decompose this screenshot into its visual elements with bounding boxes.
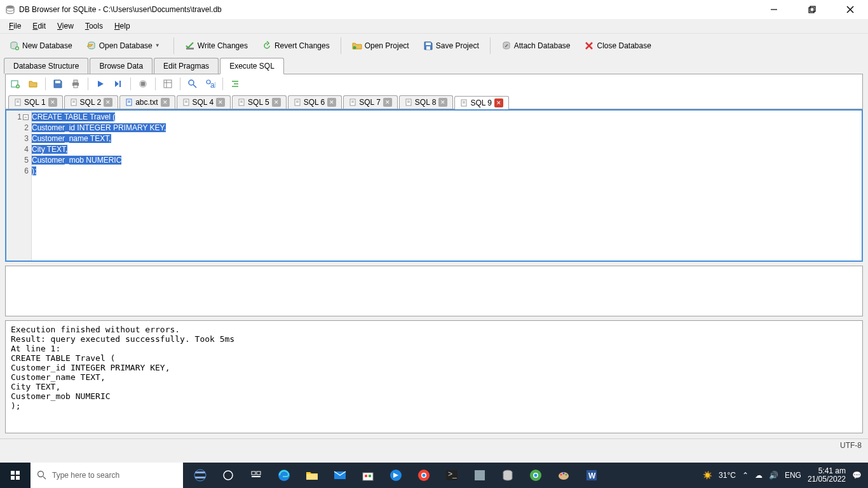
open-project-button[interactable]: Open Project (346, 38, 415, 53)
volume-icon[interactable]: 🔊 (769, 471, 778, 480)
menu-bar: File Edit View Tools Help (0, 19, 868, 33)
editor-line[interactable]: Customer_mob NUMERIC (32, 155, 862, 166)
fold-icon[interactable]: − (23, 114, 29, 120)
editor-line[interactable]: Customer_name TEXT, (32, 133, 862, 144)
close-tab-icon[interactable]: ✕ (104, 98, 112, 107)
word-icon[interactable]: W (578, 463, 605, 488)
sql-tab[interactable]: abc.txt✕ (119, 95, 175, 109)
menu-edit[interactable]: Edit (27, 20, 51, 32)
close-tab-icon[interactable]: ✕ (438, 98, 447, 107)
file-icon (405, 98, 412, 106)
svg-rect-14 (426, 43, 431, 45)
store-icon[interactable] (355, 463, 381, 488)
editor-line[interactable]: ); (32, 166, 862, 177)
save-project-icon (423, 41, 433, 51)
chevron-up-icon[interactable]: ⌃ (742, 471, 749, 480)
sql-tab[interactable]: SQL 4✕ (177, 95, 231, 109)
tab-browse-data[interactable]: Browse Data (90, 58, 153, 74)
taskbar-app[interactable] (187, 463, 214, 488)
menu-tools[interactable]: Tools (80, 20, 108, 32)
taskbar-app[interactable] (466, 463, 493, 488)
menu-view[interactable]: View (52, 20, 79, 32)
chrome-icon[interactable] (522, 463, 549, 488)
editor-content[interactable]: CREATE TABLE Travel (Customer_id INTEGER… (32, 111, 862, 261)
file-icon (238, 98, 245, 106)
execute-button[interactable] (93, 77, 107, 91)
weather-icon[interactable]: ☀️ (703, 471, 712, 480)
open-database-button[interactable]: Open Database ▼ (81, 38, 168, 53)
results-pane[interactable] (5, 266, 863, 316)
clock[interactable]: 5:41 am 21/05/2022 (808, 467, 846, 484)
indent-button[interactable] (228, 77, 242, 91)
sql-editor[interactable]: 1 −23456 CREATE TABLE Travel (Customer_i… (5, 109, 863, 262)
menu-help[interactable]: Help (109, 20, 135, 32)
tab-database-structure[interactable]: Database Structure (4, 58, 88, 74)
close-tab-icon[interactable]: ✕ (161, 98, 170, 107)
find-replace-button[interactable]: ab (203, 77, 217, 91)
db-browser-icon[interactable] (494, 463, 521, 488)
close-tab-icon[interactable]: ✕ (48, 98, 57, 107)
svg-rect-81 (306, 474, 318, 480)
sql-tab[interactable]: SQL 7✕ (343, 95, 398, 109)
stop-button[interactable] (136, 77, 150, 91)
editor-line[interactable]: CREATE TABLE Travel ( (32, 112, 862, 123)
edge-icon[interactable] (271, 463, 297, 488)
minimize-button[interactable] (761, 0, 787, 19)
chrome-icon[interactable] (410, 463, 437, 488)
log-pane[interactable]: Execution finished without errors. Resul… (5, 320, 863, 433)
new-database-button[interactable]: New Database (4, 38, 78, 53)
language-label[interactable]: ENG (785, 471, 801, 480)
find-button[interactable] (186, 77, 200, 91)
save-results-button[interactable] (161, 77, 175, 91)
execute-line-button[interactable] (111, 77, 125, 91)
sql-tab[interactable]: SQL 8✕ (399, 95, 454, 109)
save-project-button[interactable]: Save Project (417, 38, 485, 53)
sql-tab[interactable]: SQL 2✕ (64, 95, 119, 109)
mail-icon[interactable] (327, 463, 353, 488)
sql-tab[interactable]: SQL 1✕ (8, 95, 63, 109)
open-file-button[interactable] (26, 77, 40, 91)
close-tab-icon[interactable]: ✕ (383, 98, 392, 107)
temperature-label[interactable]: 31°C (719, 471, 736, 480)
close-tab-icon[interactable]: ✕ (216, 98, 225, 107)
window-controls (761, 0, 863, 19)
svg-rect-92 (475, 470, 485, 480)
explorer-icon[interactable] (299, 463, 325, 488)
tab-edit-pragmas[interactable]: Edit Pragmas (154, 58, 219, 74)
sql-tab-label: SQL 8 (415, 98, 437, 107)
terminal-icon[interactable]: >_ (438, 463, 465, 488)
window-title: DB Browser for SQLite - C:\Users\user\Do… (19, 5, 761, 14)
onedrive-icon[interactable]: ☁ (755, 471, 763, 480)
write-changes-button[interactable]: Write Changes (179, 38, 254, 53)
sql-tab[interactable]: SQL 9✕ (454, 96, 509, 109)
close-tab-icon[interactable]: ✕ (272, 98, 281, 107)
line-number: 2 (9, 123, 29, 133)
revert-changes-button[interactable]: Revert Changes (256, 38, 336, 53)
maximize-button[interactable] (799, 0, 825, 19)
editor-line[interactable]: City TEXT, (32, 144, 862, 155)
save-sql-button[interactable] (51, 77, 65, 91)
close-tab-icon[interactable]: ✕ (494, 98, 503, 107)
editor-line[interactable]: Customer_id INTEGER PRIMARY KEY, (32, 123, 862, 133)
print-button[interactable] (69, 77, 83, 91)
new-tab-button[interactable] (8, 77, 22, 91)
sql-tab[interactable]: SQL 5✕ (232, 95, 287, 109)
close-button[interactable] (837, 0, 863, 19)
svg-point-13 (353, 46, 356, 49)
notifications-icon[interactable]: 💬 (852, 471, 862, 480)
tab-execute-sql[interactable]: Execute SQL (220, 58, 284, 74)
taskbar-app[interactable] (383, 463, 409, 488)
chevron-down-icon[interactable]: ▼ (155, 43, 163, 48)
close-database-button[interactable]: Close Database (578, 38, 656, 53)
sql-tab[interactable]: SQL 6✕ (288, 95, 342, 109)
start-button[interactable] (0, 463, 31, 488)
task-view-icon[interactable] (243, 463, 269, 488)
close-tab-icon[interactable]: ✕ (327, 98, 336, 107)
cortana-icon[interactable] (215, 463, 241, 488)
attach-database-button[interactable]: Attach Database (496, 38, 576, 53)
paint-icon[interactable] (550, 463, 577, 488)
system-tray: ☀️ 31°C ⌃ ☁ 🔊 ENG 5:41 am 21/05/2022 💬 (696, 467, 868, 484)
menu-file[interactable]: File (4, 20, 26, 32)
app-icon (5, 4, 15, 15)
taskbar-search[interactable]: Type here to search (31, 463, 183, 488)
